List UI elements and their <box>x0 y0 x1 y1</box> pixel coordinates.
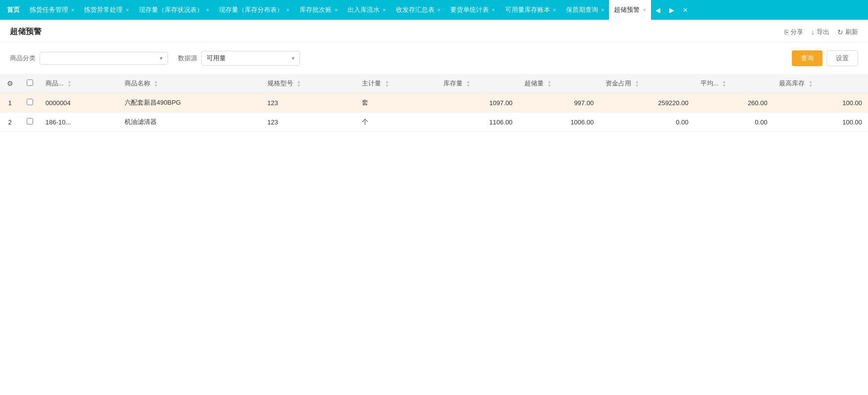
nav-close-all[interactable]: ✕ <box>679 0 693 20</box>
row-stock: 1097.00 <box>437 93 519 113</box>
close-icon[interactable]: × <box>206 7 209 13</box>
nav-stock-dist[interactable]: 现存量（库存分布表） × <box>214 0 294 20</box>
nav-order-stat[interactable]: 要货单统计表 × <box>445 0 500 20</box>
filter-area: 商品分类 ▾ 数据源 可用量 ▾ 查询 设置 <box>0 42 868 74</box>
share-icon: ⎘ <box>784 28 788 36</box>
col-unit[interactable]: 主计量 ▲▼ <box>356 74 437 93</box>
row-maxstock: 100.00 <box>773 93 868 113</box>
close-icon[interactable]: × <box>601 7 604 13</box>
gear-icon[interactable]: ⚙ <box>7 79 13 87</box>
data-table: ⚙ 商品... ▲▼ 商品名称 ▲▼ 规格型号 ▲▼ <box>0 74 868 132</box>
nav-exception[interactable]: 拣货异常处理 × <box>79 0 133 20</box>
col-spec[interactable]: 规格型号 ▲▼ <box>261 74 356 93</box>
sort-icon: ▲▼ <box>547 80 551 88</box>
row-code: 0000004 <box>40 93 119 113</box>
row-stock: 1106.00 <box>437 113 519 132</box>
row-capital: 259220.00 <box>600 93 694 113</box>
row-avg: 0.00 <box>694 113 774 132</box>
sort-icon: ▲▼ <box>809 80 813 88</box>
header-actions: ⎘ 分享 ↓ 导出 ↻ 刷新 <box>784 28 858 37</box>
nav-avail-ledger[interactable]: 可用量库存账本 × <box>500 0 561 20</box>
table-body: 1 0000004 六配套新昌490BPG 123 套 1097.00 997.… <box>0 93 868 132</box>
row-gear-cell: 1 <box>0 93 20 113</box>
col-stock[interactable]: 库存量 ▲▼ <box>437 74 519 93</box>
select-all-checkbox[interactable] <box>27 79 33 86</box>
col-maxstock[interactable]: 最高库存 ▲▼ <box>773 74 868 93</box>
col-avg[interactable]: 平均... ▲▼ <box>694 74 774 93</box>
refresh-icon: ↻ <box>837 28 843 36</box>
nav-task-mgmt[interactable]: 拣货任务管理 × <box>25 0 79 20</box>
close-icon[interactable]: × <box>71 7 74 13</box>
row-name: 机油滤清器 <box>119 113 261 132</box>
close-icon[interactable]: × <box>437 7 440 13</box>
table-row: 2 186-10... 机油滤清器 123 个 1106.00 1006.00 … <box>0 113 868 132</box>
chevron-down-icon: ▾ <box>292 55 295 62</box>
share-button[interactable]: ⎘ 分享 <box>784 28 803 37</box>
nav-summary[interactable]: 收发存汇总表 × <box>391 0 445 20</box>
row-avg: 260.00 <box>694 93 774 113</box>
close-icon[interactable]: × <box>553 7 556 13</box>
settings-button[interactable]: 设置 <box>826 50 858 66</box>
close-icon[interactable]: × <box>335 7 338 13</box>
close-icon[interactable]: × <box>643 7 646 13</box>
col-code[interactable]: 商品... ▲▼ <box>40 74 119 93</box>
sort-icon: ▲▼ <box>297 80 301 88</box>
row-num-cell <box>20 113 40 132</box>
sort-icon: ▲▼ <box>635 80 639 88</box>
row-unit: 套 <box>356 93 437 113</box>
table-wrap: ⚙ 商品... ▲▼ 商品名称 ▲▼ 规格型号 ▲▼ <box>0 74 868 132</box>
page-content: 超储预警 ⎘ 分享 ↓ 导出 ↻ 刷新 商品分类 ▾ 数据源 <box>0 20 868 395</box>
row-checkbox[interactable] <box>27 118 33 124</box>
page-title: 超储预警 <box>10 27 42 37</box>
export-icon: ↓ <box>811 28 815 36</box>
nav-home[interactable]: 首页 <box>2 0 25 20</box>
col-capital[interactable]: 资金占用 ▲▼ <box>600 74 694 93</box>
datasource-label: 数据源 <box>178 54 197 63</box>
col-name[interactable]: 商品名称 ▲▼ <box>119 74 261 93</box>
row-overstock: 997.00 <box>519 93 600 113</box>
row-capital: 0.00 <box>600 113 694 132</box>
col-overstock[interactable]: 超储量 ▲▼ <box>519 74 600 93</box>
category-filter-group: 商品分类 ▾ <box>10 52 168 65</box>
query-button[interactable]: 查询 <box>792 50 823 66</box>
table-header-row: ⚙ 商品... ▲▼ 商品名称 ▲▼ 规格型号 ▲▼ <box>0 74 868 93</box>
table-row: 1 0000004 六配套新昌490BPG 123 套 1097.00 997.… <box>0 93 868 113</box>
row-gear-cell: 2 <box>0 113 20 132</box>
row-checkbox[interactable] <box>27 99 33 105</box>
chevron-down-icon: ▾ <box>160 55 163 62</box>
nav-overstock[interactable]: 超储预警 × <box>609 0 651 20</box>
row-name: 六配套新昌490BPG <box>119 93 261 113</box>
nav-next-arrow[interactable]: ▶ <box>665 0 679 20</box>
nav-io-flow[interactable]: 出入库流水 × <box>343 0 391 20</box>
nav-batch-ledger[interactable]: 库存批次账 × <box>295 0 343 20</box>
refresh-button[interactable]: ↻ 刷新 <box>837 28 858 37</box>
row-unit: 个 <box>356 113 437 132</box>
nav-prev-arrow[interactable]: ◀ <box>651 0 665 20</box>
row-spec: 123 <box>261 93 356 113</box>
datasource-value: 可用量 <box>207 54 226 63</box>
nav-stock-status[interactable]: 现存量（库存状况表） × <box>134 0 214 20</box>
nav-expiry[interactable]: 保质期查询 × <box>561 0 609 20</box>
row-maxstock: 100.00 <box>773 113 868 132</box>
sort-icon: ▲▼ <box>385 80 389 88</box>
close-icon[interactable]: × <box>383 7 386 13</box>
datasource-select[interactable]: 可用量 ▾ <box>201 51 300 66</box>
page-header: 超储预警 ⎘ 分享 ↓ 导出 ↻ 刷新 <box>0 20 868 42</box>
sort-icon: ▲▼ <box>67 80 71 88</box>
close-icon[interactable]: × <box>492 7 495 13</box>
row-spec: 123 <box>261 113 356 132</box>
sort-icon: ▲▼ <box>466 80 470 88</box>
close-icon[interactable]: × <box>286 7 289 13</box>
export-button[interactable]: ↓ 导出 <box>811 28 829 37</box>
nav-bar: 首页 拣货任务管理 × 拣货异常处理 × 现存量（库存状况表） × 现存量（库存… <box>0 0 868 20</box>
close-icon[interactable]: × <box>126 7 129 13</box>
sort-icon: ▲▼ <box>722 80 726 88</box>
col-gear: ⚙ <box>0 74 20 93</box>
datasource-filter-group: 数据源 可用量 ▾ <box>178 51 300 66</box>
sort-icon: ▲▼ <box>154 80 158 88</box>
col-num <box>20 74 40 93</box>
category-label: 商品分类 <box>10 54 36 63</box>
row-code: 186-10... <box>40 113 119 132</box>
category-select[interactable]: ▾ <box>40 52 168 65</box>
filter-buttons: 查询 设置 <box>792 50 858 66</box>
